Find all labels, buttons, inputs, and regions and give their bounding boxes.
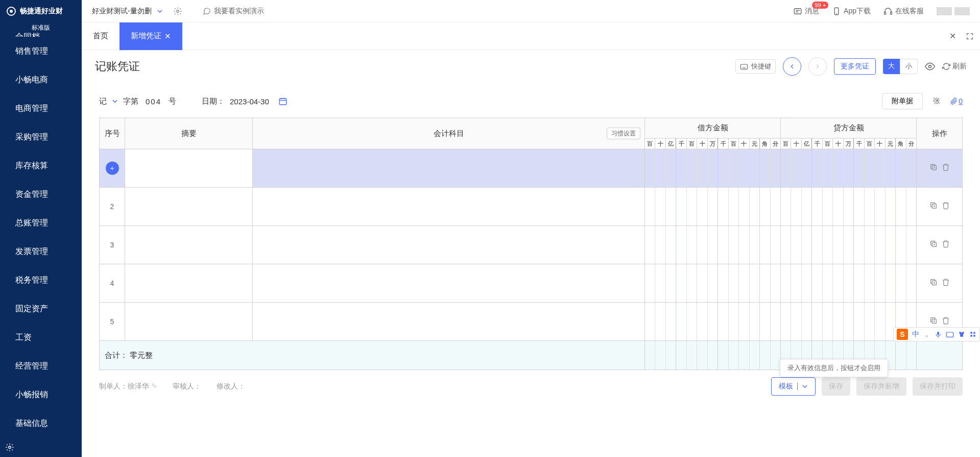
credit-cell[interactable] xyxy=(781,264,917,303)
sidebar-item[interactable]: 固定资产 xyxy=(0,294,82,323)
delete-row-icon[interactable] xyxy=(942,240,950,248)
date-label: 日期： xyxy=(202,97,225,106)
copy-row-icon[interactable] xyxy=(929,201,938,210)
save-button: 保存 xyxy=(822,377,850,396)
ime-lang[interactable]: 中 xyxy=(912,330,919,339)
sidebar-item[interactable]: 经营管理 xyxy=(0,352,82,380)
svg-rect-39 xyxy=(970,335,972,337)
ime-menu-icon[interactable] xyxy=(969,331,976,338)
sidebar-item[interactable]: 小畅报销 xyxy=(0,380,82,409)
add-row-button[interactable]: + xyxy=(106,162,119,175)
sidebar-item[interactable]: 总账管理 xyxy=(0,209,82,237)
credit-cell[interactable] xyxy=(781,149,917,188)
debit-cell[interactable] xyxy=(645,226,781,264)
debit-cell[interactable] xyxy=(645,303,781,341)
sidebar-item[interactable]: 电商管理 xyxy=(0,94,82,123)
sidebar-item-clipped[interactable]: 合同档 xyxy=(0,32,82,37)
app-download-link[interactable]: App下载 xyxy=(832,7,871,16)
table-row[interactable]: 3 xyxy=(100,226,963,264)
sidebar-item[interactable]: 采购管理 xyxy=(0,123,82,151)
summary-cell[interactable] xyxy=(125,303,253,341)
footer-buttons: 模板 保存 保存并新增 保存并打印 xyxy=(771,377,963,396)
summary-cell[interactable] xyxy=(125,149,253,188)
delete-row-icon[interactable] xyxy=(942,201,950,210)
attach-document-button[interactable]: 附单据 xyxy=(882,93,923,109)
size-small-button[interactable]: 小 xyxy=(900,59,918,74)
tab-close-icon[interactable]: ✕ xyxy=(164,32,171,41)
delete-row-icon[interactable] xyxy=(942,316,950,325)
debit-cell[interactable] xyxy=(645,149,781,188)
summary-cell[interactable] xyxy=(125,188,253,226)
sidebar-item[interactable]: 工资 xyxy=(0,323,82,352)
svg-rect-6 xyxy=(885,12,886,14)
avatar-area[interactable] xyxy=(937,7,970,15)
sidebar-item[interactable]: 资金管理 xyxy=(0,180,82,209)
delete-row-icon[interactable] xyxy=(942,163,950,171)
debit-cell[interactable] xyxy=(645,188,781,226)
subject-cell[interactable] xyxy=(253,264,645,303)
sidebar-item[interactable]: 库存核算 xyxy=(0,151,82,180)
svg-point-2 xyxy=(176,10,179,12)
voucher-number[interactable]: 004 xyxy=(144,97,163,106)
credit-cell[interactable] xyxy=(781,226,917,264)
habit-settings-button[interactable]: 习惯设置 xyxy=(607,128,640,140)
subject-cell[interactable] xyxy=(253,188,645,226)
size-large-button[interactable]: 大 xyxy=(883,59,900,74)
company-name: 好业财测试-量勿删 xyxy=(92,7,152,16)
subject-cell[interactable] xyxy=(253,149,645,188)
table-row[interactable]: 5 xyxy=(100,303,963,341)
delete-row-icon[interactable] xyxy=(942,278,950,286)
ime-skin-icon[interactable] xyxy=(958,331,965,338)
nav-prev-button[interactable] xyxy=(783,57,801,76)
shortcut-button[interactable]: 快捷键 xyxy=(735,59,776,74)
ime-keyboard-icon[interactable] xyxy=(946,331,954,338)
seq-cell: + xyxy=(100,149,125,188)
calendar-icon[interactable] xyxy=(278,97,288,106)
copy-row-icon[interactable] xyxy=(929,278,938,286)
template-button[interactable]: 模板 xyxy=(771,377,816,396)
voucher-date[interactable]: 2023-04-30 xyxy=(230,97,269,106)
demo-link[interactable]: 我要看实例演示 xyxy=(203,7,264,16)
online-service-link[interactable]: 在线客服 xyxy=(883,7,924,16)
tab-new-voucher[interactable]: 新增凭证 ✕ xyxy=(119,22,182,50)
avatar-placeholder xyxy=(937,7,952,15)
table-row[interactable]: 2 xyxy=(100,188,963,226)
subject-cell[interactable] xyxy=(253,226,645,264)
chevron-down-icon[interactable] xyxy=(112,98,118,104)
copy-row-icon[interactable] xyxy=(929,163,938,171)
ime-punct[interactable]: ， xyxy=(923,330,930,339)
sidebar-item[interactable]: 发票管理 xyxy=(0,237,82,266)
close-all-tabs-button[interactable]: ✕ xyxy=(945,29,960,43)
auditor: 审核人： xyxy=(173,382,201,391)
messages-link[interactable]: 消息 99 + xyxy=(793,7,819,16)
summary-input[interactable] xyxy=(126,150,251,186)
sidebar-item[interactable]: 销售管理 xyxy=(0,37,82,65)
table-row[interactable]: + xyxy=(100,149,963,188)
ime-voice-icon[interactable] xyxy=(935,331,942,338)
sidebar-item[interactable]: 税务管理 xyxy=(0,266,82,294)
sidebar-settings[interactable] xyxy=(0,438,82,457)
copy-row-icon[interactable] xyxy=(929,240,938,248)
summary-cell[interactable] xyxy=(125,226,253,264)
tab-home[interactable]: 首页 xyxy=(82,22,119,50)
more-vouchers-button[interactable]: 更多凭证 xyxy=(834,58,876,75)
credit-cell[interactable] xyxy=(781,188,917,226)
fullscreen-button[interactable] xyxy=(963,29,977,43)
attachment-link[interactable]: 0 xyxy=(950,97,963,105)
visibility-toggle[interactable] xyxy=(925,61,935,72)
sidebar-item[interactable]: 小畅电商 xyxy=(0,65,82,94)
tabbar: 首页 新增凭证 ✕ ✕ xyxy=(82,22,980,50)
subject-cell[interactable] xyxy=(253,303,645,341)
table-row[interactable]: 4 xyxy=(100,264,963,303)
copy-row-icon[interactable] xyxy=(929,316,938,325)
summary-cell[interactable] xyxy=(125,264,253,303)
settings-gear-icon[interactable] xyxy=(173,7,182,16)
save-tooltip: 录入有效信息后，按钮才会启用 xyxy=(780,359,888,377)
voucher-type[interactable]: 记 xyxy=(99,97,107,106)
company-selector[interactable]: 好业财测试-量勿删 xyxy=(92,7,163,16)
debit-cell[interactable] xyxy=(645,264,781,303)
edit-icon[interactable]: ✎ xyxy=(151,382,157,390)
refresh-button[interactable]: 刷新 xyxy=(942,62,967,71)
ime-floating-bar[interactable]: S 中 ， xyxy=(893,327,980,341)
sidebar-item[interactable]: 基础信息 xyxy=(0,409,82,438)
